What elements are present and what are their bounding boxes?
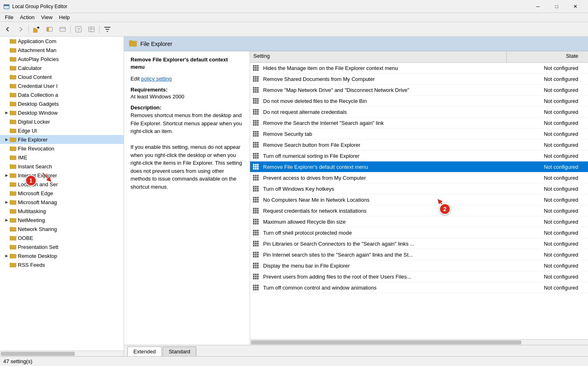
svg-rect-92 xyxy=(255,89,257,91)
show-hide-button[interactable] xyxy=(44,24,56,35)
sidebar-item-12[interactable]: File Revocation xyxy=(0,144,124,153)
sidebar-item-3[interactable]: Calculator xyxy=(0,63,124,72)
description-text: Removes shortcut menus from the desktop … xyxy=(131,111,243,191)
svg-rect-58 xyxy=(10,227,12,228)
sidebar-item-14[interactable]: Instant Search xyxy=(0,162,124,171)
settings-row-name-10: Prevent access to drives from My Compute… xyxy=(261,173,507,183)
sidebar-item-20[interactable]: ▶ NetMeeting xyxy=(0,216,124,224)
svg-rect-201 xyxy=(257,221,259,222)
settings-row-state-1: Not configured xyxy=(507,74,588,84)
up-button[interactable] xyxy=(30,24,43,35)
settings-row-state-11: Not configured xyxy=(507,184,588,194)
settings-row-15[interactable]: Turn off shell protocol protected modeNo… xyxy=(250,227,588,238)
sidebar-item-23[interactable]: Presentation Sett xyxy=(0,242,124,251)
forward-button[interactable] xyxy=(15,24,27,35)
sidebar-item-file-explorer[interactable]: ▶ File Explorer xyxy=(0,135,124,144)
settings-row-11[interactable]: Turn off Windows Key hotkeysNot configur… xyxy=(250,183,588,194)
sidebar-item-16[interactable]: Location and Ser xyxy=(0,180,124,189)
settings-row-3[interactable]: Do not move deleted files to the Recycle… xyxy=(250,96,588,107)
settings-row-9[interactable]: Remove File Explorer's default context m… xyxy=(250,161,588,172)
sidebar-item-22[interactable]: OOBE xyxy=(0,233,124,242)
settings-row-name-20: Turn off common control and window anima… xyxy=(261,283,507,292)
tab-extended[interactable]: Extended xyxy=(127,346,162,356)
settings-row-1[interactable]: Remove Shared Documents from My Computer… xyxy=(250,74,588,85)
svg-rect-62 xyxy=(10,245,12,246)
sidebar-item-2[interactable]: AutoPlay Policies xyxy=(0,54,124,63)
svg-rect-248 xyxy=(255,278,257,279)
settings-row-16[interactable]: Pin Libraries or Search Connectors to th… xyxy=(250,238,588,249)
settings-row-14[interactable]: Maximum allowed Recycle Bin sizeNot conf… xyxy=(250,216,588,227)
settings-row-8[interactable]: Turn off numerical sorting in File Explo… xyxy=(250,150,588,161)
svg-rect-250 xyxy=(253,285,255,286)
svg-rect-73 xyxy=(253,67,255,69)
back-button[interactable] xyxy=(2,24,14,35)
settings-row-name-14: Maximum allowed Recycle Bin size xyxy=(261,217,507,227)
svg-rect-129 xyxy=(257,133,259,135)
sidebar-item-10[interactable]: Edge UI xyxy=(0,126,124,135)
sidebar-tree: Application Com Attachment Man AutoPlay … xyxy=(0,37,124,351)
sidebar-item-7[interactable]: Desktop Gadgets xyxy=(0,99,124,108)
settings-row-19[interactable]: Prevent users from adding files to the r… xyxy=(250,271,588,282)
svg-rect-115 xyxy=(253,120,255,122)
expand-icon-10 xyxy=(3,127,10,134)
settings-row-state-9: Not configured xyxy=(507,162,588,172)
tab-standard[interactable]: Standard xyxy=(163,346,196,356)
help-button[interactable]: ? xyxy=(72,24,85,35)
settings-row-13[interactable]: Request credentials for network installa… xyxy=(250,205,588,216)
sidebar-item-1[interactable]: Attachment Man xyxy=(0,46,124,54)
svg-rect-140 xyxy=(255,146,257,148)
svg-rect-236 xyxy=(255,265,257,266)
sidebar-item-4[interactable]: Cloud Content xyxy=(0,72,124,81)
svg-rect-110 xyxy=(255,111,257,113)
sidebar-item-9[interactable]: Digital Locker xyxy=(0,117,124,126)
settings-row-2[interactable]: Remove "Map Network Drive" and "Disconne… xyxy=(250,85,588,96)
view-button[interactable] xyxy=(85,24,98,35)
menu-view[interactable]: View xyxy=(38,13,56,21)
svg-rect-224 xyxy=(255,252,257,253)
settings-row-12[interactable]: No Computers Near Me in Network Location… xyxy=(250,194,588,205)
settings-row-0[interactable]: Hides the Manage item on the File Explor… xyxy=(250,63,588,74)
svg-rect-216 xyxy=(257,241,259,242)
settings-row-state-0: Not configured xyxy=(507,63,588,73)
svg-rect-175 xyxy=(253,190,255,192)
sidebar-item-21[interactable]: Network Sharing xyxy=(0,224,124,233)
filter-button[interactable] xyxy=(101,24,113,35)
sidebar-item-18[interactable]: ▶ Microsoft Manag xyxy=(0,198,124,207)
settings-row-17[interactable]: Pin Internet search sites to the "Search… xyxy=(250,249,588,260)
settings-row-4[interactable]: Do not request alternate credentialsNot … xyxy=(250,107,588,118)
sidebar-item-15[interactable]: ▶ Internet Explorer xyxy=(0,171,124,180)
sidebar-item-6[interactable]: Data Collection a xyxy=(0,90,124,99)
settings-row-20[interactable]: Turn off common control and window anima… xyxy=(250,282,588,293)
maximize-button[interactable]: □ xyxy=(547,0,566,13)
separator-3 xyxy=(99,25,100,33)
menu-action[interactable]: Action xyxy=(17,13,38,21)
sidebar-item-24[interactable]: ▶ Remote Desktop xyxy=(0,251,124,260)
sidebar-item-8[interactable]: ▶ Desktop Window xyxy=(0,108,124,117)
svg-rect-77 xyxy=(255,69,257,71)
sidebar-item-5[interactable]: Credential User I xyxy=(0,81,124,90)
settings-row-5[interactable]: Remove the Search the Internet "Search a… xyxy=(250,118,588,129)
refresh-button[interactable] xyxy=(57,24,69,35)
settings-row-7[interactable]: Remove Search button from File ExplorerN… xyxy=(250,139,588,150)
svg-rect-135 xyxy=(257,142,259,144)
expand-icon-24: ▶ xyxy=(3,253,10,259)
folder-icon-8 xyxy=(10,109,16,116)
svg-rect-16 xyxy=(10,39,12,40)
settings-row-10[interactable]: Prevent access to drives from My Compute… xyxy=(250,172,588,183)
close-button[interactable]: ✕ xyxy=(566,0,585,13)
policy-setting-link[interactable]: policy setting xyxy=(141,76,172,82)
menu-file[interactable]: File xyxy=(2,13,17,21)
sidebar-item-13[interactable]: IME xyxy=(0,153,124,162)
sidebar-item-19[interactable]: Multitasking xyxy=(0,207,124,216)
svg-rect-149 xyxy=(255,157,257,159)
svg-rect-257 xyxy=(255,289,257,290)
settings-row-6[interactable]: Remove Security tabNot configured xyxy=(250,129,588,139)
svg-rect-208 xyxy=(253,232,255,233)
minimize-button[interactable]: ─ xyxy=(529,0,547,13)
settings-row-18[interactable]: Display the menu bar in File ExplorerNot… xyxy=(250,260,588,271)
sidebar-item-25[interactable]: RSS Feeds xyxy=(0,260,124,269)
menu-help[interactable]: Help xyxy=(56,13,73,21)
sidebar-item-17[interactable]: Microsoft Edge xyxy=(0,189,124,198)
sidebar-item-0[interactable]: Application Com xyxy=(0,37,124,46)
settings-row-state-19: Not configured xyxy=(507,272,588,281)
